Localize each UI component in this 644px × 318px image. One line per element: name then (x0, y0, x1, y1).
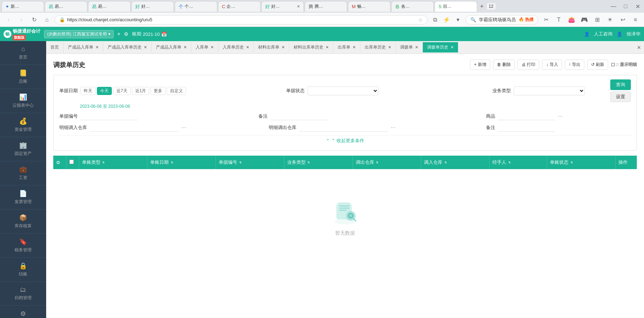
goods-input[interactable] (498, 112, 555, 120)
service-label[interactable]: 人工咨询 (594, 31, 612, 37)
boost-button[interactable]: ⚡ (442, 15, 452, 25)
sort-out-wh-icon[interactable]: ⇅ (376, 161, 378, 164)
sidebar-item-salary[interactable]: 💼 工资 (0, 161, 46, 185)
date-btn-1month[interactable]: 近1月 (132, 87, 149, 95)
new-tab-button[interactable]: + (478, 3, 486, 10)
reload-button[interactable]: ↻ (29, 15, 39, 25)
gear-icon[interactable]: ⚙ (56, 160, 60, 165)
tab-outbound-history[interactable]: 出库单历史 ✕ (360, 42, 396, 52)
browser-tab-10[interactable]: 各 各… (391, 1, 434, 12)
sidebar-item-assets-mgmt[interactable]: 💰 资金管理 (0, 113, 46, 137)
goods-dots-icon[interactable]: ··· (558, 113, 562, 119)
table-gear-column[interactable]: ⚙ (53, 156, 66, 169)
sidebar-item-archive[interactable]: 🗂 归档管理 (0, 282, 46, 306)
theme-icon[interactable]: ☀ (605, 15, 615, 25)
browser-tab-4[interactable]: 好 好… (131, 1, 174, 12)
tab7-close-icon[interactable]: ✕ (297, 4, 300, 9)
tab-material-outbound-history[interactable]: 材料出库单历史 ✕ (289, 42, 333, 52)
sidebar-item-home[interactable]: ⌂ 首页 (0, 41, 46, 65)
remarks2-input[interactable] (498, 124, 555, 132)
wallet-icon[interactable]: 👛 (567, 15, 577, 25)
refresh-button[interactable]: ↺ 刷新 (587, 60, 608, 70)
sidebar-item-reports[interactable]: 📊 云报表中心 (0, 89, 46, 113)
tab-product-inbound[interactable]: 产成品入库单 ✕ (64, 42, 103, 52)
sidebar-item-closing[interactable]: 🔒 结账 (0, 258, 46, 282)
date-btn-more[interactable]: 更多 (151, 87, 165, 95)
period-selector[interactable]: 账期 2021-10 📅 (132, 31, 167, 37)
browser-tab-9[interactable]: M 畅… (348, 1, 391, 12)
browser-tab-5[interactable]: 个 个… (175, 1, 217, 12)
detail-out-dots-icon[interactable]: ··· (391, 124, 395, 131)
browser-tab-2[interactable]: 易 易… (45, 1, 87, 12)
company-selector[interactable]: (勿删勿禁用) 江西服宝测试专用 ▾ (44, 30, 114, 38)
col-in-wh[interactable]: 调入仓库 ⇅ (421, 156, 490, 169)
tab-product-inbound2[interactable]: 产成品入库单 ✕ (152, 42, 191, 52)
browser-tab-1[interactable]: ✦ 新… (1, 1, 44, 12)
sidebar-item-invoice[interactable]: 📄 发票管理 (0, 185, 46, 210)
col-date[interactable]: 单账日期 ⇅ (147, 156, 216, 169)
date-btn-custom[interactable]: 自定义 (167, 87, 186, 95)
sidebar-item-tax[interactable]: 🔖 税务管理 (0, 234, 46, 258)
sort-handler-icon[interactable]: ⇅ (508, 161, 511, 164)
browser-tab-7[interactable]: 好 好… ✕ (261, 1, 304, 12)
tab-inbound-history[interactable]: 入库单历史 ✕ (218, 42, 254, 52)
user-name[interactable]: 徐泽华 (627, 31, 640, 37)
sort-date-icon[interactable]: ⇅ (171, 161, 173, 164)
sidebar-item-inventory[interactable]: 📦 库存核算 (0, 210, 46, 234)
forward-button[interactable]: › (16, 15, 26, 25)
game-icon[interactable]: 🎮 (579, 15, 589, 25)
sort-status-icon[interactable]: ⇅ (571, 161, 573, 164)
voucher-num-input[interactable] (81, 112, 137, 120)
filter-settings-button[interactable]: 设置 (610, 91, 631, 102)
maximize-button[interactable]: □ (621, 1, 631, 11)
detail-out-input[interactable] (299, 124, 388, 132)
tab-home[interactable]: 首页 (46, 42, 64, 52)
col-status[interactable]: 单账状态 ⇅ (547, 156, 616, 169)
search-bar[interactable]: 🔍 学霸应聘场驱鸟员 🔥 热搜 (466, 15, 538, 24)
close-button[interactable]: ✕ (633, 1, 643, 11)
new-button[interactable]: + 新增 (470, 60, 490, 70)
detail-in-input[interactable] (90, 124, 179, 132)
export-button[interactable]: ↑ 导出 (565, 60, 584, 70)
sort-biz-icon[interactable]: ⇅ (307, 161, 310, 164)
tab-product-inbound2-close[interactable]: ✕ (184, 45, 187, 50)
minimize-button[interactable]: — (608, 1, 618, 11)
select-all-checkbox[interactable] (69, 160, 74, 164)
extensions-button[interactable]: ⧉ (430, 15, 440, 25)
collapse-filter-button[interactable]: ⌃ ⌃ 收起更多条件 (59, 135, 631, 146)
close-all-tabs-button[interactable]: ✕ (634, 43, 644, 52)
col-out-wh[interactable]: 调出仓库 ⇅ (353, 156, 421, 169)
import-button[interactable]: ↓ 导入 (542, 60, 562, 70)
sidebar-item-ledger[interactable]: 📒 总账 (0, 65, 46, 89)
tab-material-outbound[interactable]: 材料出库单 ✕ (254, 42, 289, 52)
undo-icon[interactable]: ↩ (618, 15, 628, 25)
sort-num-icon[interactable]: ⇅ (239, 161, 242, 164)
sidebar-item-basic[interactable]: ⚙ 基础设置 (0, 306, 46, 318)
show-cols-toggle[interactable]: ☐ □ 显示明细 (611, 62, 637, 68)
col-type[interactable]: 单账类型 ⇅ (79, 156, 147, 169)
date-btn-yesterday[interactable]: 昨天 (81, 87, 95, 95)
browser-tab-3[interactable]: 易 易… (88, 1, 131, 12)
menu-icon[interactable]: ≡ (631, 15, 640, 25)
tab-transfer-history-close[interactable]: ✕ (451, 45, 454, 50)
tab-product-inbound-close[interactable]: ✕ (95, 45, 99, 50)
tab-inbound[interactable]: 入库单 ✕ (191, 42, 218, 52)
address-bar[interactable]: 🔒 https://cloud.chanjet.com/accounting/u… (55, 15, 427, 24)
browser-tab-6[interactable]: C 企… (218, 1, 261, 12)
date-btn-today[interactable]: 今天 (97, 87, 112, 95)
expand-button[interactable]: ▾ (453, 15, 463, 25)
tab-material-outbound-history-close[interactable]: ✕ (326, 45, 329, 50)
remarks-input[interactable] (271, 112, 327, 120)
show-cols-checkbox[interactable]: ☐ (611, 62, 615, 67)
tab-inbound-close[interactable]: ✕ (211, 45, 214, 50)
scissors-icon[interactable]: ✂ (541, 15, 551, 25)
col-num[interactable]: 单据编号 ⇅ (216, 156, 284, 169)
col-biz[interactable]: 业务类型 ⇅ (284, 156, 353, 169)
translate-icon[interactable]: T (554, 15, 564, 25)
sort-type-icon[interactable]: ⇅ (102, 161, 105, 164)
tab-outbound-close[interactable]: ✕ (353, 45, 356, 50)
back-button[interactable]: ‹ (4, 15, 13, 25)
settings-icon[interactable]: ⚙ (124, 31, 129, 37)
tab-inbound-history-close[interactable]: ✕ (246, 45, 249, 50)
browser-tab-8[interactable]: 腾 腾… (305, 1, 347, 12)
